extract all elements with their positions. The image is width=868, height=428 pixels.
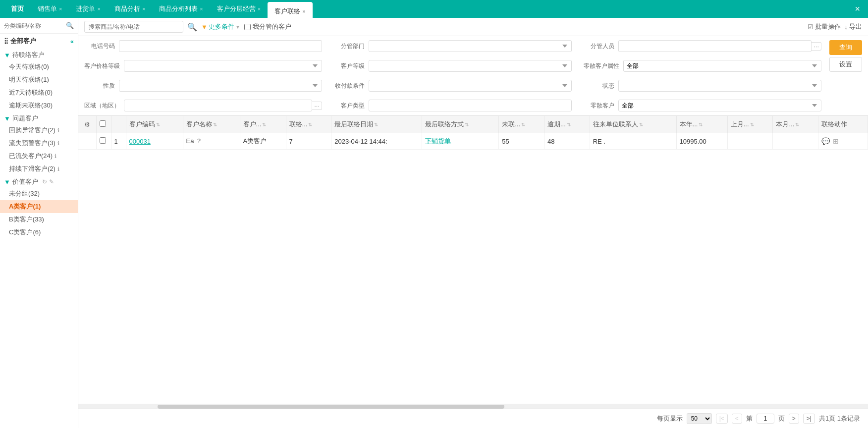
gear-icon[interactable]: ⚙	[84, 121, 90, 128]
sidebar-search-input[interactable]	[4, 22, 64, 29]
filter-retail-attr-select[interactable]: 全部	[623, 60, 821, 72]
sidebar-item-b-class[interactable]: B类客户(33)	[0, 213, 78, 226]
sidebar-group-pending[interactable]: ▼ 待联络客户	[0, 49, 78, 60]
sidebar-item-loss-warning[interactable]: 流失预警客户(3) ℹ	[0, 137, 78, 150]
sidebar-all-customers[interactable]: ⣿ 全部客户 «	[0, 34, 78, 49]
info-icon-declining[interactable]: ℹ	[57, 166, 59, 172]
filter-search-input[interactable]	[84, 21, 183, 33]
batch-op-button[interactable]: ☑ 批量操作	[808, 22, 841, 31]
export-button[interactable]: ↓ 导出	[845, 22, 863, 31]
sidebar-item-overdue-pending[interactable]: 逾期未联络(30)	[0, 99, 78, 112]
nav-tab-home[interactable]: 首页	[4, 1, 31, 16]
sort-last-contact-method-icon[interactable]: ⇅	[465, 122, 469, 127]
sort-contact-count-icon[interactable]: ⇅	[308, 122, 312, 127]
nav-tab-product-analysis[interactable]: 商品分析 ×	[108, 1, 152, 16]
sidebar-item-lost[interactable]: 已流失客户(24) ℹ	[0, 150, 78, 162]
filter-price-level-select[interactable]	[124, 60, 322, 72]
row-checkbox[interactable]	[100, 137, 106, 144]
last-page-btn[interactable]: >|	[803, 414, 815, 424]
close-all-tabs[interactable]: ×	[855, 4, 860, 14]
filter-phone-input[interactable]	[119, 40, 322, 52]
page-input[interactable]	[757, 414, 774, 424]
my-customers-checkbox-label[interactable]: 我分管的客户	[244, 22, 291, 31]
sort-this-year-icon[interactable]: ⇅	[699, 122, 703, 127]
sort-this-month-icon[interactable]: ⇅	[795, 122, 799, 127]
close-customer-segment[interactable]: ×	[258, 6, 261, 12]
sidebar-item-ungrouped[interactable]: 未分组(32)	[0, 187, 78, 200]
cell-last-contact-method[interactable]: 下销货单	[422, 133, 499, 150]
last-contact-method-link[interactable]: 下销货单	[425, 137, 451, 145]
sort-last-month-icon[interactable]: ⇅	[750, 122, 754, 127]
filter-search-button[interactable]: 🔍	[187, 22, 197, 32]
sidebar-group-problem[interactable]: ▼ 问题客户	[0, 112, 78, 124]
filter-customer-level-select[interactable]	[369, 60, 572, 72]
per-page-select[interactable]: 50 100	[687, 413, 712, 424]
cell-checkbox	[96, 133, 111, 150]
info-icon-repurchase[interactable]: ℹ	[57, 127, 59, 134]
col-last-contact-method-header: 最后联络方式 ⇅	[422, 116, 499, 133]
filter-dept-select[interactable]	[369, 40, 572, 52]
sort-code-icon[interactable]: ⇅	[156, 122, 160, 127]
filter-region-input[interactable]	[124, 100, 312, 111]
sidebar-item-declining[interactable]: 持续下滑客户(2) ℹ	[0, 162, 78, 175]
filter-nature-wrapper	[119, 80, 322, 92]
col-gear: ⚙	[78, 116, 96, 133]
next-page-btn[interactable]: >	[789, 414, 799, 424]
sidebar-item-repurchase-abnormal[interactable]: 回购异常客户(2) ℹ	[0, 124, 78, 137]
my-customers-checkbox[interactable]	[244, 24, 251, 30]
query-button[interactable]: 查询	[829, 40, 862, 55]
filter-manager-input[interactable]	[618, 40, 812, 52]
first-page-btn[interactable]: |<	[716, 414, 728, 424]
select-all-checkbox[interactable]	[100, 120, 106, 127]
sidebar-collapse-btn[interactable]: «	[70, 38, 74, 45]
prev-page-btn[interactable]: <	[732, 414, 742, 424]
region-ellipsis[interactable]: ···	[312, 102, 322, 110]
settings-button[interactable]: 设置	[829, 57, 862, 72]
filter-payment-select[interactable]	[369, 80, 572, 92]
sidebar-group-value[interactable]: ▼ 价值客户 ↻ ✎	[0, 175, 78, 187]
sidebar-search-icon[interactable]: 🔍	[66, 22, 74, 29]
filter-retail-attr: 零散客户属性 全部	[584, 60, 821, 72]
sidebar-item-7day-pending[interactable]: 近7天待联络(0)	[0, 86, 78, 99]
sort-no-contact-icon[interactable]: ⇅	[521, 122, 525, 127]
close-customer-contact[interactable]: ×	[302, 8, 305, 14]
filter-customer-type-input[interactable]	[369, 100, 572, 111]
cell-unit-contacts: RE .	[590, 133, 676, 150]
filter-status-select[interactable]	[618, 80, 821, 92]
message-action-icon[interactable]: 💬	[821, 137, 830, 145]
edit-icon[interactable]: ✎	[49, 178, 54, 185]
info-icon-loss-warning[interactable]: ℹ	[57, 140, 59, 147]
close-product-analysis[interactable]: ×	[142, 6, 145, 12]
manager-ellipsis[interactable]: ···	[812, 42, 821, 51]
filter-customer-type: 客户类型	[334, 100, 572, 111]
sidebar-item-a-class[interactable]: A类客户(1)	[0, 200, 78, 213]
cell-code[interactable]: 000031	[126, 133, 183, 150]
close-purchase-order[interactable]: ×	[97, 6, 100, 12]
sidebar-item-c-class[interactable]: C类客户(6)	[0, 226, 78, 239]
sort-name-icon[interactable]: ⇅	[213, 122, 217, 127]
sort-overdue-icon[interactable]: ⇅	[567, 122, 571, 127]
table-section: ⚙ 客户编码 ⇅	[78, 116, 868, 404]
filter-nature-select[interactable]	[119, 80, 322, 92]
nav-tab-customer-contact[interactable]: 客户联络 ×	[268, 2, 312, 18]
close-sales-order[interactable]: ×	[59, 6, 62, 12]
nav-tab-sales-order[interactable]: 销售单 ×	[31, 1, 69, 16]
refresh-icon[interactable]: ↻	[42, 178, 47, 185]
sort-last-contact-date-icon[interactable]: ⇅	[374, 122, 378, 127]
filter-retail-customer-select[interactable]: 全部	[618, 100, 821, 111]
nav-tab-customer-segment[interactable]: 客户分层经营 ×	[210, 1, 268, 16]
filter-row-2: 客户价格等级 客户等级	[84, 60, 821, 72]
nav-tab-purchase-order[interactable]: 进货单 ×	[69, 1, 107, 16]
info-icon-lost[interactable]: ℹ	[54, 153, 56, 160]
scrollbar-thumb[interactable]	[158, 405, 504, 409]
sidebar-item-today-pending[interactable]: 今天待联络(0)	[0, 60, 78, 73]
sidebar-item-tomorrow-pending[interactable]: 明天待联络(1)	[0, 73, 78, 86]
sort-category-icon[interactable]: ⇅	[262, 122, 266, 127]
close-product-analysis-list[interactable]: ×	[200, 6, 203, 12]
col-last-month-header: 上月... ⇅	[727, 116, 773, 133]
nav-tab-product-analysis-list[interactable]: 商品分析列表 ×	[152, 1, 210, 16]
grid-action-icon[interactable]: ⊞	[833, 137, 839, 145]
sort-unit-contacts-icon[interactable]: ⇅	[639, 122, 643, 127]
horizontal-scrollbar[interactable]	[78, 404, 868, 409]
more-conditions-button[interactable]: ▼ 更多条件 ▼	[201, 22, 240, 31]
